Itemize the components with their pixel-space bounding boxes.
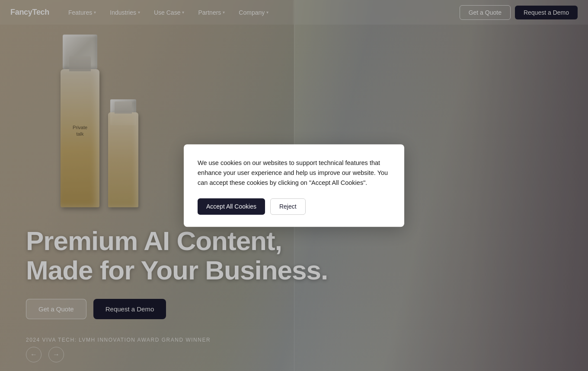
accept-cookies-button[interactable]: Accept All Cookies [198,198,265,215]
reject-cookies-button[interactable]: Reject [270,198,306,215]
cookie-actions: Accept All Cookies Reject [198,198,390,215]
cookie-consent-modal: We use cookies on our websites to suppor… [184,144,404,227]
cookie-message: We use cookies on our websites to suppor… [198,158,390,188]
